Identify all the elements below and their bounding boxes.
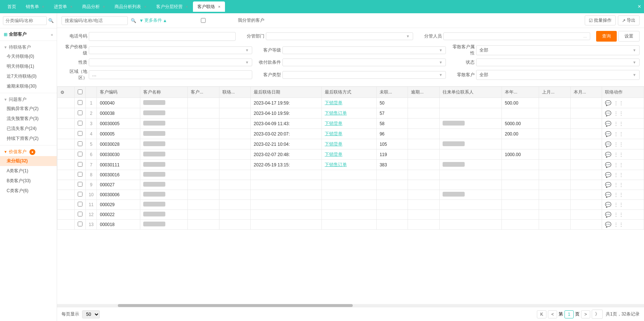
row-checkbox[interactable] [74,210,85,220]
contact-action-icon[interactable]: 💬 [605,162,611,168]
my-customer-check[interactable] [170,18,236,23]
last-method-link[interactable]: 下销售订单 [325,110,347,116]
select-all-checkbox[interactable] [78,89,82,94]
col-contact[interactable]: 联络... [219,87,250,98]
col-this-year[interactable]: 本年... [502,87,539,98]
contact-action-icon[interactable]: 💬 [605,222,611,227]
more-action-icon[interactable]: ⋮⋮ [613,162,624,168]
row-select-checkbox[interactable] [78,110,82,115]
tab-customer-contact[interactable]: 客户联络 × [193,1,225,12]
more-action-icon[interactable]: ⋮⋮ [613,192,624,198]
more-conditions-btn[interactable]: ▼ 更多条件 ▲ [139,17,167,24]
area-select[interactable]: … [89,70,252,79]
row-checkbox[interactable] [74,190,85,200]
last-method-link[interactable]: 下销售订单 [325,162,347,167]
contact-action-icon[interactable]: 💬 [605,182,611,188]
row-select-checkbox[interactable] [78,131,82,136]
tab-customer-segment[interactable]: 客户分层经营 × [152,1,192,12]
person-select[interactable]: … [443,32,590,40]
last-page-btn[interactable]: 》 [592,310,603,319]
scroll-thumb[interactable] [118,304,353,307]
more-action-icon[interactable]: ⋮⋮ [613,100,624,106]
row-select-checkbox[interactable] [78,100,82,105]
tab-product-analysis-list[interactable]: 商品分析列表 × [110,1,151,12]
row-select-checkbox[interactable] [78,202,82,207]
dept-select[interactable]: ▼ [266,32,413,40]
tab-purchase-close[interactable]: × [70,4,72,9]
col-last-month[interactable]: 上月... [539,87,570,98]
row-last-method[interactable] [321,170,376,180]
sidebar-search-icon[interactable]: 🔍 [48,18,54,23]
row-last-method[interactable]: 下销货单 [321,98,376,108]
status-select[interactable]: ▼ [476,59,640,66]
tab-product-analysis-list-close[interactable]: × [144,4,146,9]
col-last-date[interactable]: 最后联络日期 [251,87,322,98]
contact-action-icon[interactable]: 💬 [605,110,611,116]
retail-customer-select[interactable]: 全部 ▼ [476,70,640,80]
tab-sales-close[interactable]: × [42,4,44,9]
sidebar-item-today[interactable]: 今天待联络(0) [0,52,57,61]
sidebar-search-input[interactable] [3,16,47,25]
more-action-icon[interactable]: ⋮⋮ [613,110,624,116]
more-action-icon[interactable]: ⋮⋮ [613,182,624,188]
more-action-icon[interactable]: ⋮⋮ [613,172,624,178]
last-method-link[interactable]: 下销货单 [325,152,342,157]
last-method-link[interactable]: 下销货单 [325,121,342,126]
contact-action-icon[interactable]: 💬 [605,212,611,218]
last-method-link[interactable]: 下销货单 [325,100,342,105]
sidebar-item-churn-warning[interactable]: 流失预警客户(3) [0,114,57,124]
my-customer-checkbox[interactable]: 我分管的客户 [170,17,264,24]
row-last-method[interactable]: 下销货单 [321,119,376,129]
col-this-month[interactable]: 本月... [570,87,602,98]
sidebar-value-customers-label[interactable]: ▼ 价值客户 ● [0,147,57,156]
sidebar-item-tomorrow[interactable]: 明天待联络(1) [0,61,57,71]
tab-product-analysis[interactable]: 商品分析 × [78,1,109,12]
next-page-btn[interactable]: > [581,310,590,318]
col-overdue[interactable]: 逾期... [408,87,439,98]
col-no-contact[interactable]: 未联... [376,87,408,98]
row-select-checkbox[interactable] [78,192,82,197]
contact-action-icon[interactable]: 💬 [605,141,611,147]
contact-action-icon[interactable]: 💬 [605,172,611,178]
reset-btn[interactable]: 设置 [618,31,640,42]
row-checkbox[interactable] [74,108,85,119]
sidebar-item-7days[interactable]: 近7天待联络(0) [0,71,57,81]
row-checkbox[interactable] [74,170,85,180]
row-checkbox[interactable] [74,129,85,139]
row-last-method[interactable]: 下销货单 [321,149,376,160]
tab-customer-segment-close[interactable]: × [186,4,188,9]
row-select-checkbox[interactable] [78,172,82,177]
sidebar-item-class-c[interactable]: C类客户(6) [0,186,57,196]
row-last-method[interactable] [321,180,376,190]
collapse-icon[interactable]: « [51,32,53,37]
more-action-icon[interactable]: ⋮⋮ [613,212,624,218]
payment-select[interactable]: ▼ [282,59,446,66]
row-last-method[interactable]: 下销货单 [321,129,376,139]
row-checkbox[interactable] [74,160,85,170]
tab-purchase[interactable]: 进货单 × [49,1,77,12]
sidebar-pending-contact-label[interactable]: ▼ 待联络客户 [0,42,57,52]
col-customer-name[interactable]: 客户名称 [140,87,188,98]
row-last-method[interactable] [321,210,376,220]
tab-customer-contact-close[interactable]: × [218,4,220,9]
contact-action-icon[interactable]: 💬 [605,192,611,198]
more-action-icon[interactable]: ⋮⋮ [613,152,624,158]
sidebar-item-lost[interactable]: 已流失客户(24) [0,124,57,134]
row-checkbox[interactable] [74,220,85,230]
sidebar-item-ungroup[interactable]: 未分组(32) [0,156,57,166]
nature-select[interactable]: ▼ [89,59,252,66]
contact-action-icon[interactable]: 💬 [605,202,611,208]
row-select-checkbox[interactable] [78,141,82,146]
more-action-icon[interactable]: ⋮⋮ [613,131,624,137]
sidebar-item-overdue[interactable]: 逾期未联络(30) [0,81,57,91]
query-btn[interactable]: 查询 [596,31,617,42]
customer-level-select[interactable]: ▼ [282,46,446,54]
global-close-button[interactable]: × [638,3,641,10]
row-select-checkbox[interactable] [78,182,82,187]
sidebar-item-class-a[interactable]: A类客户(1) [0,166,57,176]
row-checkbox[interactable] [74,200,85,210]
batch-operation-btn[interactable]: ☑ 批量操作 [585,15,616,25]
export-btn[interactable]: ↗ 导出 [618,15,640,25]
col-customer-type[interactable]: 客户... [188,87,219,98]
row-checkbox[interactable] [74,149,85,160]
